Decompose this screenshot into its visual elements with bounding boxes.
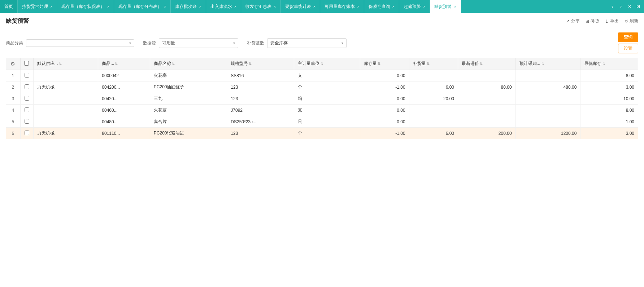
col-supplier-sort-icon: ⇅ bbox=[59, 62, 62, 66]
row-checkbox[interactable] bbox=[25, 119, 29, 124]
row-supplier bbox=[33, 93, 98, 105]
col-min-stock-label: 最低库存 bbox=[584, 61, 601, 67]
row-checkbox-cell[interactable] bbox=[20, 81, 33, 93]
tab-exception[interactable]: 拣货异常处理 × bbox=[18, 0, 57, 13]
tab-receive[interactable]: 收发存汇总表 × bbox=[241, 0, 280, 13]
row-checkbox-cell[interactable] bbox=[20, 128, 33, 139]
tab-receive-close[interactable]: × bbox=[274, 4, 276, 9]
tab-overstock-close[interactable]: × bbox=[423, 4, 425, 9]
tab-available-label: 可用量库存账本 bbox=[325, 4, 355, 10]
col-min-stock[interactable]: 最低库存 ⇅ bbox=[580, 58, 638, 70]
row-checkbox[interactable] bbox=[25, 107, 29, 112]
tab-expiry[interactable]: 保质期查询 × bbox=[364, 0, 399, 13]
query-button[interactable]: 查询 bbox=[618, 32, 638, 42]
row-spec: 123 bbox=[227, 128, 294, 139]
row-checkbox-cell[interactable] bbox=[20, 70, 33, 81]
tab-overstock[interactable]: 超储预警 × bbox=[399, 0, 430, 13]
row-stock-qty: -1.00 bbox=[360, 81, 409, 93]
tab-order-close[interactable]: × bbox=[313, 4, 316, 9]
tab-home[interactable]: 首页 bbox=[0, 0, 18, 13]
replenish-base-select[interactable]: 安全库存 ▾ bbox=[267, 38, 347, 48]
tab-exception-close[interactable]: × bbox=[50, 4, 52, 9]
tab-expiry-label: 保质期查询 bbox=[369, 4, 390, 10]
datasource-arrow-icon: ▾ bbox=[233, 41, 235, 45]
tab-shortage[interactable]: 缺货预警 × bbox=[430, 0, 461, 13]
category-label: 商品分类 bbox=[6, 40, 23, 46]
row-supplier bbox=[33, 116, 98, 128]
col-unit[interactable]: 主计量单位 ⇅ bbox=[294, 58, 360, 70]
tab-available-close[interactable]: × bbox=[357, 4, 359, 9]
row-replenish-qty bbox=[409, 105, 458, 116]
tab-shortage-label: 缺货预警 bbox=[434, 4, 452, 10]
tab-batch[interactable]: 库存批次账 × bbox=[171, 0, 206, 13]
tab-inventory-dist-close[interactable]: × bbox=[164, 4, 166, 9]
col-replenish[interactable]: 补货量 ⇅ bbox=[409, 58, 458, 70]
tab-inventory-status[interactable]: 现存量（库存状况表） × bbox=[57, 0, 114, 13]
col-unit-label: 主计量单位 bbox=[298, 61, 319, 67]
replenish-btn[interactable]: ⊞ 补货 bbox=[586, 18, 599, 24]
table-container: ⚙ 默认供应... ⇅ 商品... ⇅ bbox=[0, 58, 644, 139]
checkbox-col-header[interactable] bbox=[20, 58, 33, 70]
tab-prev-btn[interactable]: ‹ bbox=[608, 2, 617, 11]
page-title: 缺货预警 bbox=[6, 17, 29, 25]
row-checkbox[interactable] bbox=[25, 131, 29, 135]
tab-inventory-status-close[interactable]: × bbox=[107, 4, 109, 9]
row-product-code: 004200... bbox=[98, 81, 150, 93]
tab-inout-close[interactable]: × bbox=[234, 4, 236, 9]
table-row: 5 00480... 离合片 DS250*23c... 只 0.00 1.00 bbox=[6, 116, 638, 128]
row-min-stock: 8.00 bbox=[580, 105, 638, 116]
gear-col[interactable]: ⚙ bbox=[6, 58, 20, 70]
row-checkbox-cell[interactable] bbox=[20, 105, 33, 116]
datasource-label: 数据源 bbox=[143, 40, 156, 46]
tab-shortage-close[interactable]: × bbox=[454, 4, 456, 9]
share-btn[interactable]: ↗ 分享 bbox=[566, 18, 580, 24]
replenish-base-value: 安全库存 bbox=[270, 40, 288, 46]
category-select[interactable]: ▾ bbox=[26, 39, 134, 47]
tab-receive-label: 收发存汇总表 bbox=[245, 4, 271, 10]
row-product-name: 火花塞 bbox=[150, 70, 227, 81]
row-checkbox-cell[interactable] bbox=[20, 116, 33, 128]
row-unit: 个 bbox=[294, 81, 360, 93]
export-btn[interactable]: ⤓ 导出 bbox=[605, 18, 619, 24]
col-stock-sort-icon: ⇅ bbox=[378, 62, 380, 66]
row-checkbox-cell[interactable] bbox=[20, 93, 33, 105]
tab-batch-close[interactable]: × bbox=[199, 4, 201, 9]
tab-order[interactable]: 要货单统计表 × bbox=[281, 0, 320, 13]
settings-button[interactable]: 设置 bbox=[618, 44, 638, 53]
main-area: 缺货预警 ↗ 分享 ⊞ 补货 ⤓ 导出 ↺ 刷新 商品分类 bbox=[0, 13, 644, 287]
refresh-btn[interactable]: ↺ 刷新 bbox=[625, 18, 638, 24]
row-checkbox[interactable] bbox=[25, 96, 29, 101]
tab-next-btn[interactable]: › bbox=[617, 2, 625, 11]
datasource-value: 可用量 bbox=[162, 40, 175, 46]
tab-inout[interactable]: 出入库流水 × bbox=[206, 0, 241, 13]
col-stock[interactable]: 库存量 ⇅ bbox=[360, 58, 409, 70]
gear-icon[interactable]: ⚙ bbox=[10, 61, 15, 67]
col-spec[interactable]: 规格型号 ⇅ bbox=[227, 58, 294, 70]
col-min-stock-sort-icon: ⇅ bbox=[602, 62, 605, 66]
row-est-purchase: 1200.00 bbox=[515, 128, 580, 139]
row-checkbox[interactable] bbox=[25, 73, 29, 78]
export-icon: ⤓ bbox=[605, 19, 609, 24]
header-actions: ↗ 分享 ⊞ 补货 ⤓ 导出 ↺ 刷新 bbox=[566, 18, 638, 24]
tab-available[interactable]: 可用量库存账本 × bbox=[320, 0, 364, 13]
tab-close-current-btn[interactable]: × bbox=[625, 2, 634, 11]
tab-exception-label: 拣货异常处理 bbox=[22, 4, 48, 10]
tab-inventory-dist[interactable]: 现存量（库存分布表） × bbox=[114, 0, 171, 13]
row-replenish-qty bbox=[409, 116, 458, 128]
row-checkbox[interactable] bbox=[25, 84, 29, 89]
select-all-checkbox[interactable] bbox=[24, 61, 29, 66]
table-row: 3 00420... 三九 123 箱 0.00 20.00 10.00 bbox=[6, 93, 638, 105]
tab-inventory-dist-label: 现存量（库存分布表） bbox=[118, 4, 162, 10]
data-table: ⚙ 默认供应... ⇅ 商品... ⇅ bbox=[6, 58, 638, 139]
tab-expiry-close[interactable]: × bbox=[392, 4, 395, 9]
share-icon: ↗ bbox=[566, 19, 570, 24]
col-product-name[interactable]: 商品名称 ⇅ bbox=[150, 58, 227, 70]
col-latest-price[interactable]: 最新进价 ⇅ bbox=[458, 58, 516, 70]
col-supplier[interactable]: 默认供应... ⇅ bbox=[33, 58, 98, 70]
col-est-purchase[interactable]: 预计采购... ⇅ bbox=[515, 58, 580, 70]
row-seq: 3 bbox=[6, 93, 20, 105]
datasource-select[interactable]: 可用量 ▾ bbox=[159, 38, 238, 48]
tab-close-all-btn[interactable]: ⊠ bbox=[634, 2, 643, 11]
row-latest-price: 200.00 bbox=[458, 128, 516, 139]
col-product-code[interactable]: 商品... ⇅ bbox=[98, 58, 150, 70]
